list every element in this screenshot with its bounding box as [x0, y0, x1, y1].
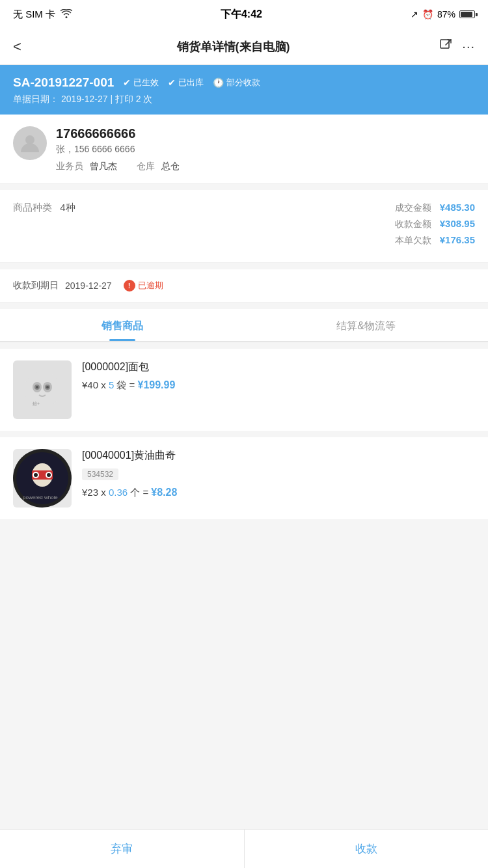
svg-text:鲸+: 鲸+ [33, 401, 40, 406]
badge-partial: 🕐 部分收款 [213, 77, 260, 88]
product-price-2: ¥23 x 0.36 个 = ¥8.28 [82, 487, 475, 499]
svg-point-7 [36, 386, 38, 388]
received-row: 收款金额 ¥308.95 [395, 218, 475, 230]
warehouse-item: 仓库 总仓 [137, 161, 180, 172]
share-icon[interactable] [439, 38, 453, 55]
collect-payment-button[interactable]: 收款 [245, 830, 489, 868]
amount-row: 成交金额 ¥485.30 [395, 202, 475, 214]
owed-row: 本单欠款 ¥176.35 [395, 234, 475, 247]
svg-point-16 [47, 473, 51, 477]
order-id: SA-20191227-001 [13, 75, 114, 90]
customer-avatar [13, 126, 47, 160]
product-item-2: powered whole [00040001]黄油曲奇 534532 ¥23 … [0, 437, 488, 519]
nav-bar: < 销货单详情(来自电脑) ··· [0, 29, 488, 65]
svg-point-2 [24, 372, 61, 408]
clock-icon: 🕐 [213, 77, 224, 88]
svg-point-1 [25, 135, 34, 144]
customer-info: 17666666666 张，156 6666 6666 业务员 曾凡杰 仓库 总… [56, 126, 180, 172]
svg-rect-0 [441, 40, 449, 48]
header-banner: SA-20191227-001 ✔ 已生效 ✔ 已出库 🕐 部分收款 单据日期：… [0, 65, 488, 115]
status-left: 无 SIM 卡 [13, 8, 72, 21]
summary-section: 商品种类 4种 成交金额 ¥485.30 收款金额 ¥308.95 本单欠款 ¥… [0, 190, 488, 263]
check-icon-1: ✔ [123, 77, 131, 88]
tabs: 销售商品 结算&物流等 [0, 309, 488, 341]
badge-effective: ✔ 已生效 [123, 77, 159, 88]
battery-icon [459, 10, 475, 18]
more-icon[interactable]: ··· [462, 39, 475, 54]
overdue-icon: ! [124, 280, 135, 292]
back-button[interactable]: < [13, 38, 21, 55]
customer-section: 17666666666 张，156 6666 6666 业务员 曾凡杰 仓库 总… [0, 115, 488, 183]
location-icon: ↗ [411, 9, 418, 20]
summary-left: 商品种类 4种 [13, 202, 75, 251]
due-label: 收款到期日 [13, 280, 59, 292]
product-list: 鲸+ [0000002]面包 ¥40 x 5 袋 = ¥199.99 [0, 349, 488, 519]
product-image-1: 鲸+ [13, 360, 72, 419]
due-date-section: 收款到期日 2019-12-27 ! 已逾期 [0, 269, 488, 303]
customer-meta: 业务员 曾凡杰 仓库 总仓 [56, 161, 180, 172]
bottom-bar: 弃审 收款 [0, 829, 488, 868]
product-image-2: powered whole [13, 449, 72, 508]
product-name-1: [0000002]面包 [82, 360, 475, 374]
product-image-placeholder-1: 鲸+ [13, 360, 72, 419]
product-item: 鲸+ [0000002]面包 ¥40 x 5 袋 = ¥199.99 [0, 349, 488, 431]
customer-contact: 张，156 6666 6666 [56, 144, 180, 156]
tabs-section: 销售商品 结算&物流等 [0, 309, 488, 342]
tab-sales-products[interactable]: 销售商品 [0, 309, 244, 341]
tab-settlement[interactable]: 结算&物流等 [244, 309, 488, 341]
overdue-badge: ! 已逾期 [124, 280, 163, 292]
reject-review-button[interactable]: 弃审 [0, 830, 245, 868]
status-right: ↗ ⏰ 87% [411, 9, 475, 20]
wifi-icon [61, 9, 72, 20]
product-name-2: [00040001]黄油曲奇 [82, 449, 475, 463]
product-image-circle: powered whole [13, 449, 72, 508]
product-type-row: 商品种类 4种 [13, 202, 75, 214]
header-sub: 单据日期： 2019-12-27 | 打印 2 次 [13, 94, 475, 105]
nav-actions: ··· [439, 38, 475, 55]
header-top: SA-20191227-001 ✔ 已生效 ✔ 已出库 🕐 部分收款 [13, 75, 475, 90]
product-price-1: ¥40 x 5 袋 = ¥199.99 [82, 379, 475, 392]
svg-point-15 [34, 473, 38, 477]
battery-percent: 87% [437, 9, 455, 20]
check-icon-2: ✔ [168, 77, 176, 88]
salesperson-item: 业务员 曾凡杰 [56, 161, 117, 172]
alarm-icon: ⏰ [422, 9, 433, 20]
product-tag-2: 534532 [82, 468, 118, 480]
product-details-1: [0000002]面包 ¥40 x 5 袋 = ¥199.99 [82, 360, 475, 392]
summary-right: 成交金额 ¥485.30 收款金额 ¥308.95 本单欠款 ¥176.35 [395, 202, 475, 251]
status-bar: 无 SIM 卡 下午4:42 ↗ ⏰ 87% [0, 0, 488, 29]
product-details-2: [00040001]黄油曲奇 534532 ¥23 x 0.36 个 = ¥8.… [82, 449, 475, 499]
page-title: 销货单详情(来自电脑) [28, 39, 439, 55]
svg-point-8 [46, 386, 49, 388]
carrier-label: 无 SIM 卡 [13, 8, 55, 21]
due-date-value: 2019-12-27 [65, 280, 112, 291]
badge-shipped: ✔ 已出库 [168, 77, 204, 88]
time-label: 下午4:42 [221, 8, 262, 21]
customer-name: 17666666666 [56, 126, 180, 141]
svg-text:powered whole: powered whole [23, 495, 58, 500]
